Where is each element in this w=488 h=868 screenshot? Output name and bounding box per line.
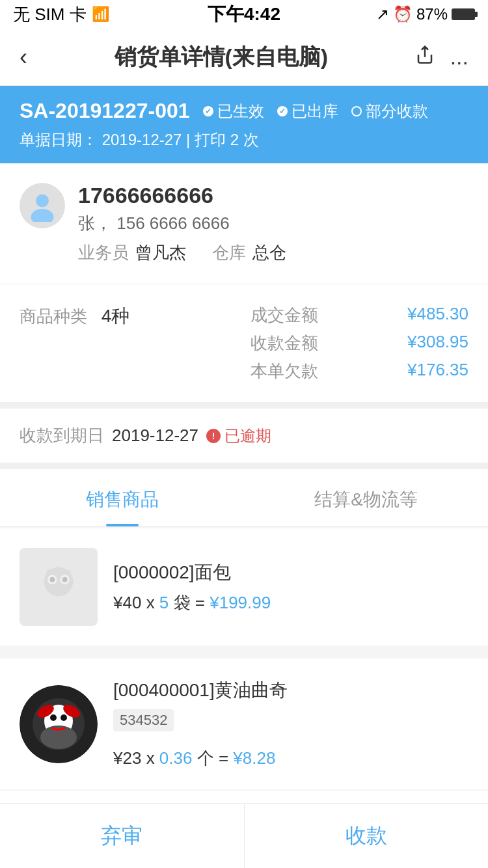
warehouse-meta: 仓库 总仓 xyxy=(212,241,286,264)
received-amount-label: 收款金额 xyxy=(251,332,318,355)
order-banner: SA-20191227-001 已生效 已出库 部分收款 单据日期： 2019-… xyxy=(0,86,488,163)
share-icon[interactable] xyxy=(415,44,435,70)
summary-section: 商品种类 4种 成交金额 ¥485.30 收款金额 ¥308.95 本单欠款 ¥… xyxy=(0,284,488,409)
date-label: 单据日期： xyxy=(20,131,98,148)
print-label: | 打印 xyxy=(186,131,226,148)
product-price-2: ¥23 x 0.36 个 = ¥8.28 xyxy=(113,747,468,770)
product-item: [0000002]面包 ¥40 x 5 袋 = ¥199.99 xyxy=(0,528,488,645)
product-batch: 534532 xyxy=(113,709,174,731)
status-time: 下午4:42 xyxy=(208,2,280,27)
overdue-badge: ! 已逾期 xyxy=(206,426,271,446)
sales-name: 曾凡杰 xyxy=(135,241,186,264)
more-icon[interactable]: ... xyxy=(450,44,468,70)
category-label: 商品种类 xyxy=(20,306,87,326)
order-date: 2019-12-27 xyxy=(102,131,182,148)
status-right: ↗ ⏰ 87% xyxy=(376,5,475,23)
deal-amount-row: 成交金额 ¥485.30 xyxy=(251,304,468,327)
overdue-label: 收款到期日 xyxy=(20,424,104,447)
product-info-2: [000400001]黄油曲奇 534532 ¥23 x 0.36 个 = ¥8… xyxy=(113,678,468,770)
collect-button[interactable]: 收款 xyxy=(245,804,489,868)
nav-actions: ... xyxy=(415,44,468,70)
nav-bar: ‹ 销货单详情(来自电脑) ... xyxy=(0,29,488,86)
banner-top: SA-20191227-001 已生效 已出库 部分收款 xyxy=(20,99,468,123)
svg-point-8 xyxy=(49,583,68,595)
status-badge-shipped: 已出库 xyxy=(277,101,338,122)
sales-label: 业务员 xyxy=(78,241,129,264)
overdue-date: 2019-12-27 xyxy=(112,426,198,446)
status-left: 无 SIM 卡 📶 xyxy=(13,3,109,26)
warning-icon: ! xyxy=(206,429,221,443)
summary-right: 成交金额 ¥485.30 收款金额 ¥308.95 本单欠款 ¥176.35 xyxy=(251,304,468,383)
nav-title: 销货单详情(来自电脑) xyxy=(115,42,329,72)
product-image-2 xyxy=(20,685,98,763)
carrier-label: 无 SIM 卡 xyxy=(13,3,87,26)
product-total-1: ¥199.99 xyxy=(210,593,271,612)
status-badge-partial: 部分收款 xyxy=(351,101,428,122)
product-image-1 xyxy=(20,548,98,626)
product-total-2: ¥8.28 xyxy=(233,748,275,768)
svg-point-7 xyxy=(62,577,68,582)
reject-button[interactable]: 弃审 xyxy=(0,804,245,868)
product-name-2: [000400001]黄油曲奇 xyxy=(113,678,468,703)
status-badge-effective: 已生效 xyxy=(203,101,264,122)
due-amount-row: 本单欠款 ¥176.35 xyxy=(251,360,468,383)
order-id: SA-20191227-001 xyxy=(20,99,190,123)
back-button[interactable]: ‹ xyxy=(20,44,27,71)
wifi-icon: 📶 xyxy=(92,6,109,23)
sales-meta: 业务员 曾凡杰 xyxy=(78,241,186,264)
svg-point-1 xyxy=(36,195,49,208)
check-icon-1 xyxy=(203,106,213,116)
reject-label: 弃审 xyxy=(101,822,142,850)
warehouse-label: 仓库 xyxy=(212,241,246,264)
svg-point-13 xyxy=(50,714,57,721)
received-amount-row: 收款金额 ¥308.95 xyxy=(251,332,468,355)
product-name-1: [0000002]面包 xyxy=(113,560,468,585)
customer-meta: 业务员 曾凡杰 仓库 总仓 xyxy=(78,241,468,264)
received-amount-value: ¥308.95 xyxy=(407,332,468,355)
deal-amount-label: 成交金额 xyxy=(251,304,318,327)
print-count: 2 xyxy=(230,131,239,148)
product-qty-1: 5 xyxy=(159,593,169,612)
bottom-bar: 弃审 收款 xyxy=(0,803,488,868)
banner-sub: 单据日期： 2019-12-27 | 打印 2 次 xyxy=(20,129,468,150)
owl-placeholder xyxy=(20,548,98,626)
svg-point-2 xyxy=(31,209,54,222)
summary-left: 商品种类 4种 xyxy=(20,304,237,383)
due-amount-value: ¥176.35 xyxy=(407,360,468,383)
svg-point-6 xyxy=(49,577,55,582)
tab-settlement-label: 结算&物流等 xyxy=(314,489,418,509)
product-qty-2: 0.36 xyxy=(159,748,193,768)
product-info-1: [0000002]面包 ¥40 x 5 袋 = ¥199.99 xyxy=(113,560,468,614)
clock-icon xyxy=(351,106,362,116)
svg-point-14 xyxy=(61,714,67,721)
battery-icon xyxy=(452,8,475,20)
check-icon-2 xyxy=(277,106,288,116)
battery-label: 87% xyxy=(416,5,448,23)
customer-section: 17666666666 张， 156 6666 6666 业务员 曾凡杰 仓库 … xyxy=(0,163,488,284)
category-count: 4种 xyxy=(102,306,130,326)
customer-account: 17666666666 xyxy=(78,183,468,208)
product-price-1: ¥40 x 5 袋 = ¥199.99 xyxy=(113,591,468,614)
tabs: 销售商品 结算&物流等 xyxy=(0,469,488,527)
due-amount-label: 本单欠款 xyxy=(251,360,318,383)
warehouse-name: 总仓 xyxy=(252,241,286,264)
tab-products[interactable]: 销售商品 xyxy=(0,469,244,526)
print-suffix: 次 xyxy=(243,131,259,148)
tab-settlement[interactable]: 结算&物流等 xyxy=(244,469,488,526)
customer-phone: 张， 156 6666 6666 xyxy=(78,212,468,235)
product-item: [000400001]黄油曲奇 534532 ¥23 x 0.36 个 = ¥8… xyxy=(0,658,488,789)
customer-info: 17666666666 张， 156 6666 6666 业务员 曾凡杰 仓库 … xyxy=(78,183,468,264)
gps-icon: ↗ xyxy=(376,5,389,23)
tab-products-label: 销售商品 xyxy=(86,489,159,509)
overdue-text: 已逾期 xyxy=(224,426,271,446)
customer-avatar xyxy=(20,183,65,228)
deal-amount-value: ¥485.30 xyxy=(407,304,468,327)
alarm-icon: ⏰ xyxy=(393,5,413,23)
status-bar: 无 SIM 卡 📶 下午4:42 ↗ ⏰ 87% xyxy=(0,0,488,29)
collect-label: 收款 xyxy=(346,822,387,850)
overdue-section: 收款到期日 2019-12-27 ! 已逾期 xyxy=(0,409,488,469)
